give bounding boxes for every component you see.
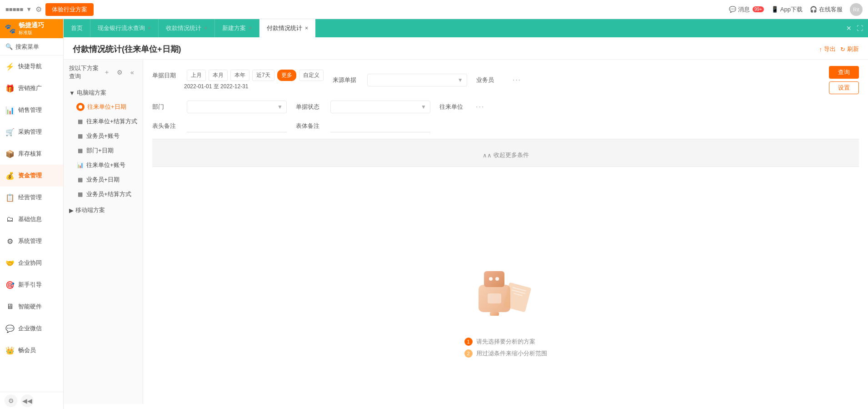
collapse-more-btn[interactable]: ∧∧ 收起更多条件 <box>483 147 529 163</box>
tab-new-scheme-close[interactable]: × <box>249 25 252 31</box>
sidebar-item-vip[interactable]: 👑 畅会员 <box>0 339 63 361</box>
sidebar-item-wechat[interactable]: 💬 企业微信 <box>0 318 63 339</box>
online-service-item[interactable]: 🎧 在线客服 <box>810 5 843 14</box>
system-icon: ⚙ <box>5 237 15 246</box>
filter-row-3: 表头备注 表体备注 <box>152 120 859 132</box>
trial-button[interactable]: 体验行业方案 <box>45 3 94 16</box>
date-more-btn[interactable]: 更多 <box>277 70 296 81</box>
tab-receipt-stats[interactable]: 收款情况统计 × <box>159 19 215 37</box>
dropdown-arrow[interactable]: ▼ <box>26 6 32 13</box>
table-icon-2: ▦ <box>76 132 84 140</box>
sidebar-item-basic-info[interactable]: 🗂 基础信息 <box>0 208 63 230</box>
sidebar-item-operations[interactable]: 📋 经营管理 <box>0 187 63 208</box>
user-avatar[interactable]: Rit <box>850 3 863 16</box>
date-filter-top: 单据日期 上月 本月 本年 近7天 更多 自定义 <box>152 70 324 81</box>
collapse-panel-btn[interactable]: « <box>127 67 137 77</box>
date-cur-month-btn[interactable]: 本月 <box>209 70 228 81</box>
date-7days-btn[interactable]: 近7天 <box>252 70 274 81</box>
tab-home[interactable]: 首页 <box>64 19 90 37</box>
refresh-icon: ↻ <box>840 46 845 53</box>
sidebar-item-quick-nav[interactable]: ⚡ 快捷导航 <box>0 56 63 77</box>
app-download-item[interactable]: 📱 App下载 <box>771 5 803 14</box>
dept-select[interactable]: ▼ <box>187 101 287 113</box>
header-note-label: 表头备注 <box>152 122 184 130</box>
scheme-item-partner-date[interactable]: 往来单位+日期 <box>64 100 143 114</box>
content-area: 首页 现金银行流水查询 × 收款情况统计 × 新建方案 × 付款情况统计 × <box>64 19 868 409</box>
sidebar-item-enterprise[interactable]: 🤝 企业协同 <box>0 252 63 274</box>
doc-status-select-arrow: ▼ <box>421 104 426 110</box>
sidebar-item-newbie[interactable]: 🎯 新手引导 <box>0 274 63 296</box>
enterprise-label: 企业协同 <box>18 259 42 267</box>
settings-button[interactable]: 设置 <box>829 81 859 94</box>
source-filter-item: 来源单据 ▼ <box>333 74 467 86</box>
partner-dots[interactable]: ··· <box>474 103 486 111</box>
top-right: 💬 消息 99+ 📱 App下载 🎧 在线客服 Rit <box>729 3 863 16</box>
sidebar-item-system[interactable]: ⚙ 系统管理 <box>0 230 63 252</box>
scheme-item-partner-settlement[interactable]: ▦ 往来单位+结算方式 <box>64 114 143 129</box>
header-note-input[interactable] <box>187 120 287 132</box>
manage-scheme-btn[interactable]: ⚙ <box>115 67 125 77</box>
app-download-label: App下载 <box>780 5 803 14</box>
scheme-item-partner-account[interactable]: 📊 往来单位+账号 <box>64 158 143 172</box>
tab-bank-flow-close[interactable]: × <box>148 25 151 31</box>
tab-payment-stats[interactable]: 付款情况统计 × <box>259 19 315 37</box>
left-panel-header-icons: ＋ ⚙ « <box>102 67 137 77</box>
tab-payment-stats-label: 付款情况统计 <box>267 24 302 32</box>
sidebar-item-capital[interactable]: 💰 资金管理 <box>0 165 63 187</box>
marketing-label: 营销推广 <box>18 84 42 92</box>
page-header-actions: ↑ 导出 ↻ 刷新 <box>819 45 859 53</box>
scheme-item-dept-date[interactable]: ▦ 部门+日期 <box>64 143 143 158</box>
scheme-item-salesperson-account[interactable]: ▦ 业务员+账号 <box>64 129 143 143</box>
tab-expand-btn[interactable]: ⛶ <box>855 24 864 33</box>
sidebar-collapse-btn[interactable]: ◀◀ <box>21 394 34 407</box>
salesperson-dots[interactable]: ··· <box>511 76 523 84</box>
tab-bank-flow[interactable]: 现金银行流水查询 × <box>90 19 159 37</box>
date-prev-month-btn[interactable]: 上月 <box>187 70 206 81</box>
date-label: 单据日期 <box>152 71 184 80</box>
sidebar-settings-btn[interactable]: ⚙ <box>5 394 17 407</box>
tab-close-btn[interactable]: ✕ <box>844 24 853 33</box>
query-button[interactable]: 查询 <box>829 66 859 79</box>
tab-payment-stats-close[interactable]: × <box>305 25 308 31</box>
refresh-button[interactable]: ↻ 刷新 <box>840 45 859 53</box>
scheme-item-salesperson-settlement[interactable]: ▦ 业务员+结算方式 <box>64 187 143 202</box>
body-note-input[interactable] <box>330 120 430 132</box>
sidebar-item-search[interactable]: 🔍 搜索菜单 <box>0 38 63 56</box>
tab-new-scheme[interactable]: 新建方案 × <box>215 19 259 37</box>
tab-receipt-stats-close[interactable]: × <box>204 25 207 31</box>
tab-home-label: 首页 <box>71 24 83 32</box>
scheme-item-salesperson-date[interactable]: ▦ 业务员+日期 <box>64 172 143 187</box>
mobile-group-label: 移动端方案 <box>75 206 105 214</box>
sidebar-logo: 🐾 畅捷通巧 标准版 <box>0 19 63 38</box>
date-cur-year-btn[interactable]: 本年 <box>230 70 249 81</box>
source-label: 来源单据 <box>333 76 364 84</box>
sidebar-item-marketing[interactable]: 🎁 营销推广 <box>0 77 63 99</box>
messages-label: 消息 <box>738 5 750 14</box>
doc-status-select[interactable]: ▼ <box>330 101 430 113</box>
capital-icon: 💰 <box>5 171 15 180</box>
top-left: ■■■■■ ▼ ⚙ 体验行业方案 <box>5 3 725 16</box>
source-select-arrow: ▼ <box>458 77 463 83</box>
top-settings-icon[interactable]: ⚙ <box>35 5 42 14</box>
wechat-icon: 💬 <box>5 324 15 333</box>
sales-label: 销售管理 <box>18 106 42 114</box>
messages-item[interactable]: 💬 消息 99+ <box>729 5 764 14</box>
date-custom-btn[interactable]: 自定义 <box>299 70 324 81</box>
sidebar-item-purchase[interactable]: 🛒 采购管理 <box>0 121 63 143</box>
export-button[interactable]: ↑ 导出 <box>819 45 836 53</box>
sidebar-item-inventory[interactable]: 📦 库存核算 <box>0 143 63 165</box>
mobile-group-header[interactable]: ▶ 移动端方案 <box>64 203 143 217</box>
tip-text-2: 用过滤条件来缩小分析范围 <box>476 349 547 358</box>
sidebar-item-sales[interactable]: 📊 销售管理 <box>0 99 63 121</box>
add-scheme-btn[interactable]: ＋ <box>102 67 112 77</box>
partner-filter-item: 往来单位 ··· <box>439 103 486 111</box>
source-select[interactable]: ▼ <box>367 74 467 86</box>
sidebar-item-smart-hw[interactable]: 🖥 智能硬件 <box>0 296 63 318</box>
date-range-text: 2022-01-01 至 2022-12-31 <box>184 83 248 90</box>
quick-nav-icon: ⚡ <box>5 62 15 71</box>
empty-tip-2: 2 用过滤条件来缩小分析范围 <box>464 349 547 358</box>
scheme-partner-settlement-label: 往来单位+结算方式 <box>86 117 137 126</box>
desktop-group-header[interactable]: ▼ 电脑端方案 <box>64 86 143 100</box>
page-content: 付款情况统计(往来单位+日期) ↑ 导出 ↻ 刷新 <box>64 37 868 409</box>
robot-head <box>484 271 504 287</box>
